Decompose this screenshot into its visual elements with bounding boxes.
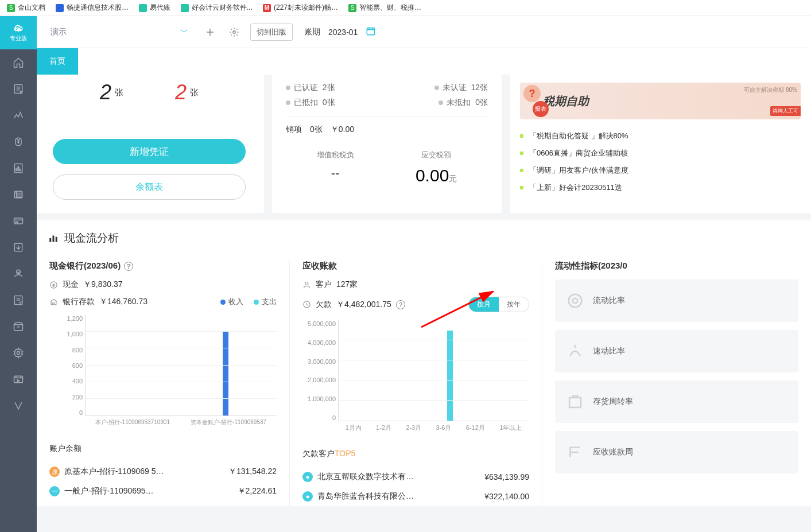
tab-home[interactable]: 首页 xyxy=(37,48,78,75)
tax-verified-value: 2张 xyxy=(323,83,335,92)
sidebar-item-home[interactable] xyxy=(0,49,37,76)
tax-undeducted-value: 0张 xyxy=(475,98,488,107)
sidebar-item-v[interactable] xyxy=(0,393,37,419)
sidebar-item-bank[interactable] xyxy=(0,208,37,234)
liquidity-card[interactable]: 应收账款周 xyxy=(555,431,798,473)
left-sidebar: 专业版 xyxy=(0,16,37,532)
top5-title: 欠款客户TOP5 xyxy=(302,449,529,459)
top5-row[interactable]: ●北京互帮联众数字技术有…¥634,139.99 xyxy=(302,467,529,487)
tax-sales-count: 0张 xyxy=(310,125,323,135)
sidebar-item-report[interactable] xyxy=(0,155,37,181)
tax-vat-value: -- xyxy=(317,166,354,181)
news-text: 「上新」好会计20230511迭 xyxy=(529,182,622,193)
tax-sales-amount: ￥0.00 xyxy=(331,125,354,135)
sidebar-item-asset[interactable] xyxy=(0,261,37,287)
bookmark-label: 好会计云财务软件... xyxy=(192,3,253,13)
svg-rect-8 xyxy=(15,222,18,223)
sidebar-item-money[interactable] xyxy=(0,129,37,155)
balance-row[interactable]: 一一般户-招行-11090695…￥2,224.61 xyxy=(49,481,277,501)
account-balance-title: 账户余额 xyxy=(49,444,277,454)
bookmark-item[interactable]: S智能票、财、税推… xyxy=(348,3,421,13)
top5-row[interactable]: ●青岛华胜蓝合科技有限公…¥322,140.00 xyxy=(302,487,529,506)
bookmark-item[interactable]: M(227封未读邮件)畅… xyxy=(263,3,338,13)
cash-bank-chart: 1,2001,0008006004002000 本户-招行-1109069537… xyxy=(49,315,277,430)
balance-sheet-button[interactable]: 余额表 xyxy=(53,174,246,200)
company-select[interactable]: 演示 ﹀ xyxy=(45,22,194,42)
sidebar-item-import[interactable] xyxy=(0,234,37,261)
news-text: 「调研」用友客户/伙伴满意度 xyxy=(529,165,628,176)
switch-old-version-button[interactable]: 切到旧版 xyxy=(250,24,293,41)
cashflow-section-title: 现金流分析 xyxy=(37,220,811,253)
receivable-chart: 5,000,0004,000,0003,000,0002,000,0001,00… xyxy=(302,320,529,435)
voucher-count-1: 2 xyxy=(100,80,111,104)
news-text: 「税期自助化答疑 」解决80% xyxy=(529,131,628,141)
voucher-unit: 张 xyxy=(115,87,123,98)
sidebar-logo-text: 专业版 xyxy=(10,34,27,42)
tab-row: 首页 xyxy=(37,48,811,75)
tax-unverified-value: 12张 xyxy=(471,83,488,92)
calendar-icon[interactable] xyxy=(366,26,376,38)
toggle-month[interactable]: 按月 xyxy=(469,297,499,312)
svg-rect-17 xyxy=(56,237,57,242)
svg-rect-23 xyxy=(569,398,581,407)
svg-point-1 xyxy=(20,91,22,93)
news-banner[interactable]: ? 税期自助 可自主解决税期 80% 报表 咨询人工可 xyxy=(520,83,801,119)
liquidity-card[interactable]: 存货周转率 xyxy=(555,380,798,423)
new-voucher-button[interactable]: 新增凭证 xyxy=(53,139,246,164)
news-item[interactable]: 「上新」好会计20230511迭 xyxy=(520,179,801,196)
tax-verified-label: 已认证 xyxy=(294,83,318,92)
sidebar-item-chart[interactable] xyxy=(0,102,37,129)
content-scroll[interactable]: 2张 2张 新增凭证 余额表 已认证 2张 未认证 12张 已抵扣 0张 未抵扣… xyxy=(37,75,811,532)
news-banner-title: 税期自助 xyxy=(543,94,589,109)
settings-icon[interactable] xyxy=(226,24,242,40)
sidebar-item-video[interactable] xyxy=(0,366,37,393)
tax-card: 已认证 2张 未认证 12张 已抵扣 0张 未抵扣 0张 销项 0张 ￥0.00 xyxy=(272,75,502,213)
voucher-card: 2张 2张 新增凭证 余额表 xyxy=(37,75,264,213)
news-item[interactable]: 「0606直播」商贸企业辅助核 xyxy=(520,145,801,162)
balance-row[interactable]: 原原基本户-招行-1109069 5…￥131,548.22 xyxy=(49,462,277,481)
news-banner-badge: 报表 xyxy=(533,101,549,117)
bookmark-label: 易代账 xyxy=(150,3,170,13)
deposit-label: 银行存款 xyxy=(63,297,95,307)
owed-value: ￥4,482,001.75 xyxy=(336,300,391,310)
bookmarks-bar: S金山文档 畅捷通信息技术股… 易代账 好会计云财务软件... M(227封未读… xyxy=(0,0,811,16)
bookmark-item[interactable]: 好会计云财务软件... xyxy=(181,3,253,13)
liquidity-card[interactable]: 流动比率 xyxy=(555,279,798,322)
svg-rect-4 xyxy=(18,167,19,171)
tax-unverified-label: 未认证 xyxy=(443,83,467,92)
bookmark-item[interactable]: 畅捷通信息技术股… xyxy=(56,3,129,13)
legend-expense: 支出 xyxy=(254,297,277,307)
svg-rect-3 xyxy=(16,168,17,170)
customer-label: 客户 xyxy=(316,279,332,290)
top-header: 演示 ﹀ 切到旧版 账期 2023-01 xyxy=(37,16,811,48)
bookmark-item[interactable]: S金山文档 xyxy=(7,3,45,13)
toggle-year[interactable]: 按年 xyxy=(499,297,529,312)
news-item[interactable]: 「调研」用友客户/伙伴满意度 xyxy=(520,162,801,179)
svg-rect-5 xyxy=(20,169,21,171)
sidebar-item-invoice[interactable] xyxy=(0,287,37,313)
period-value: 2023-01 xyxy=(328,28,358,37)
sidebar-logo[interactable]: 专业版 xyxy=(0,16,37,49)
receivable-title: 应收账款 xyxy=(302,261,337,271)
sidebar-item-tax[interactable] xyxy=(0,181,37,208)
sidebar-item-ledger[interactable] xyxy=(0,76,37,102)
svg-rect-14 xyxy=(367,28,375,34)
tax-payable-value: 0.00 xyxy=(416,166,449,185)
sidebar-item-settings[interactable] xyxy=(0,340,37,366)
bookmark-item[interactable]: 易代账 xyxy=(139,3,170,13)
add-button[interactable] xyxy=(202,24,218,40)
news-item[interactable]: 「税期自助化答疑 」解决80% xyxy=(520,127,801,145)
svg-point-19 xyxy=(305,282,308,285)
help-icon[interactable]: ? xyxy=(396,300,405,309)
sidebar-item-archive[interactable] xyxy=(0,313,37,340)
receivable-panel: 应收账款 客户 127家 欠款 ￥4,482,001.75 ? xyxy=(289,261,542,506)
chevron-down-icon: ﹀ xyxy=(180,27,188,37)
help-icon[interactable]: ? xyxy=(124,262,133,271)
section-title-text: 现金流分析 xyxy=(64,231,119,246)
tax-deducted-label: 已抵扣 xyxy=(294,98,318,107)
tax-deducted-value: 0张 xyxy=(323,98,335,107)
news-text: 「0606直播」商贸企业辅助核 xyxy=(529,148,628,158)
svg-rect-15 xyxy=(49,238,51,242)
liquidity-card[interactable]: 速动比率 xyxy=(555,330,798,372)
tax-undeducted-label: 未抵扣 xyxy=(447,98,471,107)
